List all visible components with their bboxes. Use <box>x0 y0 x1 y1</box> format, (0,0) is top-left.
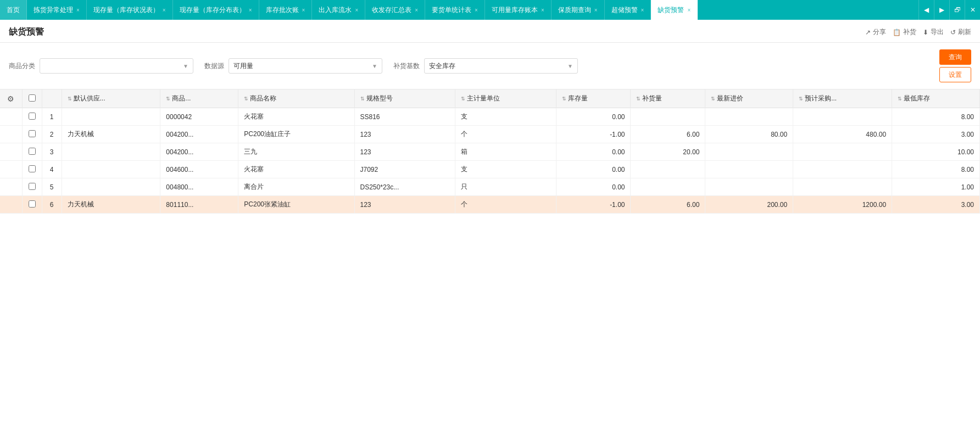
row-est-purchase <box>793 178 892 196</box>
th-code-sort-icon: ⇅ <box>166 96 170 102</box>
th-unit[interactable]: ⇅ 主计量单位 <box>455 89 556 108</box>
export-label: 导出 <box>931 27 944 37</box>
nav-home[interactable]: 首页 <box>0 0 27 20</box>
th-code[interactable]: ⇅ 商品... <box>160 89 238 108</box>
nav-overstock-label: 超储预警 <box>611 5 638 15</box>
th-min-stock[interactable]: ⇅ 最低库存 <box>892 89 980 108</box>
row-checkbox-cell[interactable] <box>22 126 42 143</box>
row-est-purchase: 1200.00 <box>793 196 892 214</box>
th-est-purchase-label: 预计采购... <box>805 94 837 103</box>
nav-shortage-close[interactable]: × <box>687 7 691 13</box>
nav-picking[interactable]: 拣货异常处理 × <box>27 0 87 20</box>
nav-stock-status-label: 现存量（库存状况表） <box>93 5 159 15</box>
nav-picking-close[interactable]: × <box>76 7 80 13</box>
row-supplier: 力天机械 <box>62 196 160 214</box>
row-gear-cell <box>0 143 22 161</box>
th-latest-price-label: 最新进价 <box>717 94 743 103</box>
query-button[interactable]: 查询 <box>939 49 971 65</box>
select-all-checkbox[interactable] <box>29 94 36 102</box>
nav-batch[interactable]: 库存批次账 × <box>259 0 313 20</box>
data-table-container: ⚙ ⇅ 默认供应... ⇅ 商 <box>0 89 980 214</box>
row-checkbox-cell[interactable] <box>22 143 42 161</box>
row-code: 004200... <box>160 126 238 143</box>
nav-available-label: 可用量库存账本 <box>492 5 538 15</box>
th-stock[interactable]: ⇅ 库存量 <box>556 89 631 108</box>
th-latest-price[interactable]: ⇅ 最新进价 <box>705 89 793 108</box>
row-checkbox-cell[interactable] <box>22 161 42 178</box>
row-replenish <box>631 161 705 178</box>
nav-home-label: 首页 <box>7 5 20 15</box>
nav-stock-dist[interactable]: 现存量（库存分布表） × <box>173 0 259 20</box>
nav-summary-close[interactable]: × <box>415 7 418 13</box>
row-supplier <box>62 108 160 126</box>
refresh-button[interactable]: ↺ 刷新 <box>950 27 971 37</box>
replenish-button[interactable]: 📋 补货 <box>893 27 916 37</box>
nav-available[interactable]: 可用量库存账本 × <box>485 0 552 20</box>
share-button[interactable]: ↗ 分享 <box>865 27 886 37</box>
nav-demand-close[interactable]: × <box>475 7 478 13</box>
nav-stock-dist-close[interactable]: × <box>249 7 252 13</box>
table-row: 2 力天机械 004200... PC200油缸庄子 123 个 -1.00 6… <box>0 126 980 143</box>
th-supplier[interactable]: ⇅ 默认供应... <box>62 89 160 108</box>
refresh-label: 刷新 <box>958 27 971 37</box>
row-est-purchase <box>793 161 892 178</box>
th-name-label: 商品名称 <box>250 94 276 103</box>
nav-next-button[interactable]: ▶ <box>934 0 949 20</box>
row-gear-cell <box>0 108 22 126</box>
row-checkbox[interactable] <box>29 200 36 208</box>
th-num <box>42 89 62 108</box>
nav-restore-button[interactable]: 🗗 <box>949 0 965 20</box>
replenish-base-label: 补货基数 <box>393 61 420 71</box>
row-unit: 个 <box>455 126 556 143</box>
nav-overstock[interactable]: 超储预警 × <box>605 0 652 20</box>
nav-expiry-close[interactable]: × <box>594 7 598 13</box>
export-button[interactable]: ⬇ 导出 <box>923 27 944 37</box>
nav-overstock-close[interactable]: × <box>641 7 644 13</box>
th-replenish[interactable]: ⇅ 补货量 <box>631 89 705 108</box>
th-spec[interactable]: ⇅ 规格型号 <box>354 89 455 108</box>
row-name: 三九 <box>238 143 354 161</box>
row-checkbox-cell[interactable] <box>22 196 42 214</box>
nav-shortage[interactable]: 缺货预警 × <box>651 0 698 20</box>
th-est-purchase[interactable]: ⇅ 预计采购... <box>793 89 892 108</box>
row-min-stock: 8.00 <box>892 108 980 126</box>
nav-prev-button[interactable]: ◀ <box>918 0 934 20</box>
row-latest-price <box>705 161 793 178</box>
row-replenish: 20.00 <box>631 143 705 161</box>
row-checkbox-cell[interactable] <box>22 108 42 126</box>
nav-stock-status[interactable]: 现存量（库存状况表） × <box>87 0 173 20</box>
th-name[interactable]: ⇅ 商品名称 <box>238 89 354 108</box>
row-checkbox-cell[interactable] <box>22 178 42 196</box>
row-gear-cell <box>0 126 22 143</box>
row-num-cell: 1 <box>42 108 62 126</box>
nav-flow-close[interactable]: × <box>355 7 358 13</box>
th-gear[interactable]: ⚙ <box>0 89 22 108</box>
row-num-cell: 2 <box>42 126 62 143</box>
gear-icon[interactable]: ⚙ <box>7 94 14 103</box>
table-header-row: ⚙ ⇅ 默认供应... ⇅ 商 <box>0 89 980 108</box>
row-checkbox[interactable] <box>29 148 36 155</box>
row-code: 004600... <box>160 161 238 178</box>
replenish-select[interactable]: 安全库存 ▼ <box>424 58 578 74</box>
settings-button[interactable]: 设置 <box>939 67 971 82</box>
row-stock: 0.00 <box>556 178 631 196</box>
nav-flow[interactable]: 出入库流水 × <box>312 0 365 20</box>
row-min-stock: 8.00 <box>892 161 980 178</box>
replenish-dropdown-icon: ▼ <box>567 63 573 69</box>
nav-available-close[interactable]: × <box>541 7 544 13</box>
nav-batch-close[interactable]: × <box>302 7 305 13</box>
nav-summary[interactable]: 收发存汇总表 × <box>365 0 425 20</box>
nav-expiry[interactable]: 保质期查询 × <box>552 0 605 20</box>
nav-demand[interactable]: 要货单统计表 × <box>425 0 485 20</box>
row-unit: 箱 <box>455 143 556 161</box>
nav-close-button[interactable]: ✕ <box>965 0 980 20</box>
row-checkbox[interactable] <box>29 113 36 120</box>
row-spec: DS250*23c... <box>354 178 455 196</box>
row-checkbox[interactable] <box>29 130 36 137</box>
category-select[interactable]: ▼ <box>40 58 193 74</box>
row-checkbox[interactable] <box>29 183 36 190</box>
row-checkbox[interactable] <box>29 165 36 172</box>
row-name: 火花塞 <box>238 108 354 126</box>
nav-stock-status-close[interactable]: × <box>163 7 166 13</box>
datasource-select[interactable]: 可用量 ▼ <box>229 58 382 74</box>
